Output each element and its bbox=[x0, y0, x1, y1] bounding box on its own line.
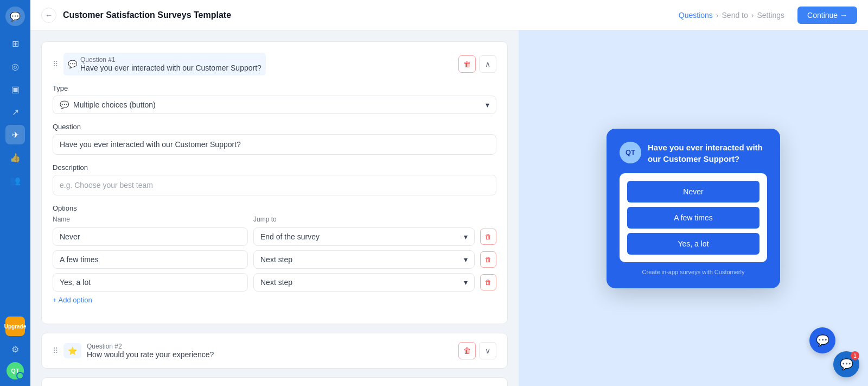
widget-avatar: QT bbox=[620, 142, 641, 163]
question-2-number: Question #2 bbox=[87, 343, 214, 350]
continue-label: Continue → bbox=[807, 11, 847, 20]
sidebar: 💬 ⊞ ◎ ▣ ↗ ✈ 👍 👥 Upgrade ⚙ QT bbox=[0, 0, 30, 386]
select-type-icon: 💬 bbox=[60, 100, 69, 109]
back-icon: ← bbox=[45, 11, 53, 20]
delete-option-3-button[interactable]: 🗑 bbox=[480, 274, 496, 290]
sidebar-item-trend[interactable]: ↗ bbox=[5, 102, 25, 122]
sidebar-item-note[interactable]: ▣ bbox=[5, 79, 25, 99]
option-1-jump[interactable]: End of the survey ▾ bbox=[253, 227, 475, 246]
nav-settings[interactable]: Settings bbox=[757, 11, 784, 20]
question-2-actions: 🗑 ∨ bbox=[458, 342, 496, 359]
question-card-2: ⠿ ⭐ Question #2 How would you rate your … bbox=[41, 333, 508, 369]
sidebar-logo[interactable]: 💬 bbox=[5, 7, 25, 26]
question-field-label: Question bbox=[53, 123, 496, 131]
question-1-badge: 💬 Question #1 Have you ever interacted w… bbox=[63, 53, 266, 75]
widget-option-few-times[interactable]: A few times bbox=[627, 207, 760, 229]
option-2-jump-chevron: ▾ bbox=[464, 255, 468, 264]
option-3-jump[interactable]: Next step ▾ bbox=[253, 273, 475, 292]
option-1-jump-value: End of the survey bbox=[260, 232, 320, 241]
options-name-col-header: Name bbox=[53, 216, 253, 223]
option-2-jump-value: Next step bbox=[260, 255, 292, 264]
option-3-jump-chevron: ▾ bbox=[464, 278, 468, 287]
chat-bubble-button[interactable]: 💬 bbox=[809, 327, 835, 353]
chat-icon: 💬 bbox=[68, 60, 77, 68]
drag-handle-1[interactable]: ⠿ bbox=[53, 60, 58, 68]
notification-button[interactable]: 💬 1 bbox=[833, 351, 859, 377]
back-button[interactable]: ← bbox=[41, 8, 56, 23]
description-field-label: Description bbox=[53, 163, 496, 172]
question-card-3: ⠿ 📝 Question #3 What's the reason for yo… bbox=[41, 377, 508, 386]
option-1-jump-chevron: ▾ bbox=[464, 232, 468, 241]
star-icon: ⭐ bbox=[68, 346, 77, 355]
type-value: Multiple choices (button) bbox=[73, 100, 156, 109]
continue-button[interactable]: Continue → bbox=[797, 7, 857, 24]
options-section-label: Options bbox=[53, 204, 496, 212]
settings-button[interactable]: ⚙ bbox=[5, 339, 25, 359]
option-3-name[interactable] bbox=[53, 273, 248, 292]
option-1-name[interactable] bbox=[53, 227, 248, 246]
widget-option-yes-lot[interactable]: Yes, a lot bbox=[627, 233, 760, 255]
widget-footer: Create in-app surveys with Customerly bbox=[620, 269, 767, 275]
question-2-label: How would you rate your experience? bbox=[87, 350, 214, 359]
nav-sep-2: › bbox=[751, 11, 754, 20]
options-header: Name Jump to bbox=[53, 216, 496, 223]
option-2-jump[interactable]: Next step ▾ bbox=[253, 250, 475, 269]
delete-option-2-button[interactable]: 🗑 bbox=[480, 251, 496, 268]
options-jump-col-header: Jump to bbox=[253, 216, 496, 223]
question-2-badge: ⭐ bbox=[63, 343, 81, 358]
sidebar-item-chart[interactable]: ◎ bbox=[5, 56, 25, 76]
upgrade-label: Upgrade bbox=[4, 324, 27, 330]
nav-questions[interactable]: Questions bbox=[679, 11, 713, 20]
widget-body: Never A few times Yes, a lot bbox=[620, 173, 767, 262]
option-row-1: End of the survey ▾ 🗑 bbox=[53, 227, 496, 246]
chat-bubble-icon: 💬 bbox=[816, 334, 829, 347]
description-group: Description bbox=[53, 163, 496, 195]
preview-panel: QT Have you ever interacted with our Cus… bbox=[519, 30, 868, 386]
delete-question-2-button[interactable]: 🗑 bbox=[458, 342, 476, 359]
avatar-initials: QT bbox=[11, 368, 19, 374]
question-1-actions: 🗑 ∧ bbox=[458, 55, 496, 73]
delete-question-1-button[interactable]: 🗑 bbox=[458, 55, 476, 73]
widget-avatar-initials: QT bbox=[626, 148, 635, 156]
type-field-group: Type 💬 Multiple choices (button) ▾ bbox=[53, 84, 496, 114]
user-avatar[interactable]: QT bbox=[7, 362, 24, 379]
notification-icon: 💬 bbox=[840, 358, 853, 371]
widget-option-never[interactable]: Never bbox=[627, 181, 760, 203]
question-input[interactable] bbox=[53, 134, 496, 155]
question-card-1: ⠿ 💬 Question #1 Have you ever interacted… bbox=[41, 41, 508, 324]
survey-widget: QT Have you ever interacted with our Cus… bbox=[607, 129, 780, 288]
sidebar-item-users[interactable]: 👥 bbox=[5, 170, 25, 190]
type-select[interactable]: 💬 Multiple choices (button) ▾ bbox=[53, 96, 496, 114]
upgrade-button[interactable]: Upgrade bbox=[5, 317, 25, 336]
content-area: ⠿ 💬 Question #1 Have you ever interacted… bbox=[30, 30, 868, 386]
sidebar-item-send[interactable]: ✈ bbox=[5, 125, 25, 144]
expand-question-2-button[interactable]: ∨ bbox=[479, 342, 496, 359]
question-text-group: Question bbox=[53, 123, 496, 155]
add-option-label: + Add option bbox=[53, 296, 92, 304]
widget-question: Have you ever interacted with our Custom… bbox=[648, 142, 767, 164]
option-2-name[interactable] bbox=[53, 250, 248, 269]
editor-panel: ⠿ 💬 Question #1 Have you ever interacted… bbox=[30, 30, 519, 386]
delete-option-1-button[interactable]: 🗑 bbox=[480, 229, 496, 245]
notification-badge: 1 bbox=[851, 351, 859, 360]
type-label: Type bbox=[53, 84, 496, 92]
question-1-header: ⠿ 💬 Question #1 Have you ever interacted… bbox=[53, 53, 496, 75]
option-3-jump-value: Next step bbox=[260, 278, 292, 287]
option-row-2: Next step ▾ 🗑 bbox=[53, 250, 496, 269]
sidebar-item-thumbs[interactable]: 👍 bbox=[5, 148, 25, 167]
add-option-button[interactable]: + Add option bbox=[53, 296, 92, 304]
sidebar-item-grid[interactable]: ⊞ bbox=[5, 34, 25, 53]
main-area: ← Customer Satisfaction Surveys Template… bbox=[30, 0, 868, 386]
drag-handle-2[interactable]: ⠿ bbox=[53, 346, 58, 355]
nav-send-to[interactable]: Send to bbox=[722, 11, 748, 20]
description-input[interactable] bbox=[53, 175, 496, 195]
logo-icon: 💬 bbox=[10, 11, 21, 22]
collapse-question-1-button[interactable]: ∧ bbox=[479, 55, 496, 73]
settings-icon: ⚙ bbox=[11, 344, 19, 355]
option-row-3: Next step ▾ 🗑 bbox=[53, 273, 496, 292]
question-1-number: Question #1 bbox=[80, 56, 261, 64]
page-title: Customer Satisfaction Surveys Template bbox=[63, 10, 679, 20]
type-chevron-icon: ▾ bbox=[486, 100, 489, 109]
question-1-label: Have you ever interacted with our Custom… bbox=[80, 64, 261, 72]
nav-sep-1: › bbox=[716, 11, 719, 20]
